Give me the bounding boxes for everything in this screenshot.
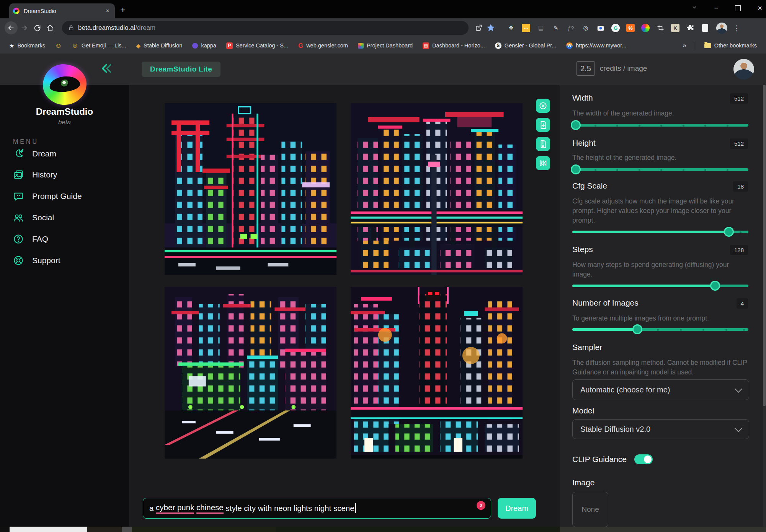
- share-icon[interactable]: [472, 22, 485, 34]
- dismiss-results-button[interactable]: [536, 99, 550, 113]
- clip-guidance-row: CLIP Guidance: [572, 454, 653, 464]
- clip-guidance-label: CLIP Guidance: [572, 455, 627, 464]
- bookmark-stable-diffusion[interactable]: ◆Stable Diffusion: [132, 41, 186, 50]
- sidebar-item-dream[interactable]: Dream: [13, 147, 120, 160]
- extensions-puzzle-icon[interactable]: [684, 22, 696, 34]
- prompt-input[interactable]: a cyber punk chinese style city with neo…: [143, 498, 491, 519]
- prompt-text-misspelled: cyber punk: [156, 503, 194, 514]
- width-slider-thumb[interactable]: [571, 120, 581, 130]
- neon-city-art-4: [351, 287, 523, 459]
- sidebar-item-label: Social: [32, 213, 54, 222]
- g-letter-icon: G: [298, 42, 303, 49]
- p-badge-icon: P: [226, 42, 233, 49]
- brand-name: DreamStudio: [0, 106, 129, 117]
- forward-button[interactable]: [18, 21, 31, 34]
- maximize-button[interactable]: [735, 5, 741, 11]
- bookmark-service-catalog[interactable]: PService Catalog - S...: [222, 41, 292, 50]
- bookmark-project-dashboard[interactable]: Project Dashboard: [354, 41, 416, 50]
- user-avatar[interactable]: [733, 59, 754, 80]
- init-image-label: Image: [572, 478, 595, 487]
- extensions-row: ❖ ⋯ ▤ ✎ ƒ? ◎ G % K: [505, 22, 711, 34]
- steps-slider[interactable]: [572, 281, 748, 291]
- bookmark-myworkday[interactable]: Whttps://www.mywor...: [562, 41, 630, 50]
- minimize-button[interactable]: −: [714, 4, 719, 12]
- generated-image-2[interactable]: [351, 103, 523, 275]
- layers-extension-icon[interactable]: ❖: [505, 22, 517, 34]
- cfg-scale-description: Cfg scale adjusts how much the image wil…: [572, 197, 749, 225]
- avast-extension-icon[interactable]: %: [625, 22, 636, 34]
- number-of-images-slider[interactable]: [572, 324, 748, 334]
- crop-extension-icon[interactable]: [655, 22, 666, 34]
- credits-label: credits / image: [600, 64, 647, 73]
- bookmark-dashboard-horizon[interactable]: ▤Dashboard - Horizo...: [419, 41, 489, 50]
- bookmark-bookmarks[interactable]: ★Bookmarks: [5, 41, 49, 50]
- browser-profile-avatar[interactable]: [716, 23, 727, 34]
- reload-button[interactable]: [31, 21, 44, 34]
- bookmark-star-icon[interactable]: [485, 22, 497, 34]
- bookmark-get-emoji[interactable]: ☺Get Emoji — Lis...: [68, 41, 130, 50]
- tab-close-icon[interactable]: ×: [104, 7, 111, 15]
- grammarly-extension-icon[interactable]: G: [610, 22, 621, 34]
- prompt-text-misspelled: chinese: [196, 503, 224, 514]
- pen-extension-icon[interactable]: ✎: [550, 22, 562, 34]
- dreamstudio-lite-badge[interactable]: DreamStudio Lite: [142, 62, 220, 77]
- rewind-icon: [539, 159, 547, 167]
- photos-icon: [13, 169, 24, 180]
- width-slider[interactable]: [572, 120, 748, 130]
- sidebar-item-prompt-guide[interactable]: Prompt Guide: [13, 190, 120, 203]
- background-window-strip: [10, 527, 87, 532]
- steps-slider-thumb[interactable]: [710, 281, 720, 291]
- generated-image-1[interactable]: [165, 103, 336, 275]
- clip-guidance-toggle[interactable]: [634, 454, 653, 464]
- sidebar-item-support[interactable]: Support: [13, 254, 120, 267]
- chevron-down-icon: [735, 385, 742, 393]
- bookmark-gensler-web[interactable]: Gweb.gensler.com: [294, 41, 352, 50]
- background-window-strip: [122, 527, 132, 532]
- other-bookmarks-folder[interactable]: Other bookmarks: [701, 41, 761, 50]
- download-image-button[interactable]: [536, 118, 550, 132]
- browser-tab-dreamstudio[interactable]: DreamStudio ×: [9, 3, 115, 18]
- sidebar-item-faq[interactable]: FAQ: [13, 233, 120, 246]
- cfg-scale-slider-thumb[interactable]: [724, 227, 734, 237]
- height-slider-thumb[interactable]: [571, 164, 581, 174]
- download-zip-button[interactable]: [536, 137, 550, 151]
- number-of-images-slider-thumb[interactable]: [632, 324, 642, 334]
- bookmark-emoji[interactable]: ☺: [51, 41, 65, 50]
- address-bar[interactable]: beta.dreamstudio.ai/dream: [62, 21, 469, 35]
- bookmarks-overflow-chevron[interactable]: »: [679, 42, 689, 49]
- restart-generation-button[interactable]: [536, 156, 550, 170]
- height-slider[interactable]: [572, 164, 748, 174]
- back-button[interactable]: [5, 21, 18, 34]
- credits-per-image: 2.5 credits / image: [577, 61, 647, 76]
- generated-image-3[interactable]: [165, 287, 336, 459]
- function-extension-icon[interactable]: ƒ?: [565, 22, 577, 34]
- cfg-scale-slider[interactable]: [572, 227, 748, 237]
- panel-scrollbar-thumb[interactable]: [763, 85, 766, 406]
- sampler-dropdown[interactable]: Automatic (choose for me): [572, 379, 749, 400]
- bookmark-gensler-global[interactable]: SGensler - Global Pr...: [491, 41, 560, 50]
- screenshot-extension-icon[interactable]: [595, 22, 606, 34]
- clip-extension-icon[interactable]: ◎: [580, 22, 591, 34]
- notes-extension-icon[interactable]: ⋯: [520, 22, 532, 34]
- new-tab-button[interactable]: +: [120, 5, 126, 15]
- init-image-upload-box[interactable]: None: [572, 492, 608, 527]
- window-close-button[interactable]: ×: [758, 4, 762, 13]
- colorpicker-extension-icon[interactable]: [640, 22, 651, 34]
- dreamstudio-logo[interactable]: [43, 64, 87, 105]
- window-menu-chevron-icon[interactable]: [691, 4, 697, 12]
- generated-image-4[interactable]: [351, 287, 523, 459]
- bookmark-manager-extension-icon[interactable]: ▤: [535, 22, 547, 34]
- keeper-extension-icon[interactable]: K: [670, 22, 681, 34]
- panel-scrollbar[interactable]: [763, 85, 766, 532]
- sidebar-item-social[interactable]: Social: [13, 211, 120, 224]
- browser-menu-kebab-icon[interactable]: ⋮: [733, 24, 740, 33]
- sidebar-item-label: FAQ: [32, 234, 48, 244]
- sidebar-item-history[interactable]: History: [13, 168, 120, 181]
- model-dropdown[interactable]: Stable Diffusion v2.0: [572, 419, 749, 439]
- file-download-icon: [539, 121, 547, 129]
- sidebar-collapse-button[interactable]: [100, 61, 114, 77]
- home-button[interactable]: [44, 21, 57, 34]
- sidebar-extension-icon[interactable]: [699, 22, 711, 34]
- bookmark-kappa[interactable]: kappa: [188, 41, 220, 50]
- dream-button[interactable]: Dream: [498, 498, 536, 519]
